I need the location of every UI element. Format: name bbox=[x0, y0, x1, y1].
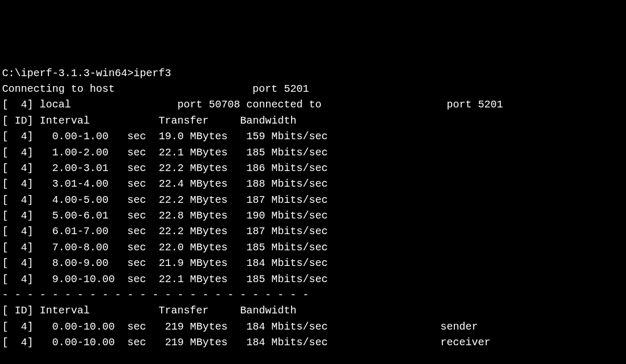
terminal-output: C:\iperf-3.1.3-win64>iperf3 Connecting t… bbox=[2, 66, 624, 364]
table-row: [ 4] 2.00-3.01 sec 22.2 MBytes 186 Mbits… bbox=[2, 162, 328, 174]
command[interactable]: iperf3 bbox=[134, 67, 171, 79]
prompt-path: C:\iperf-3.1.3-win64 bbox=[2, 67, 127, 79]
connecting-label: Connecting to host bbox=[2, 83, 115, 95]
table-row: [ 4] 5.00-6.01 sec 22.8 MBytes 190 Mbits… bbox=[2, 210, 328, 222]
table-row: [ 4] 7.00-8.00 sec 22.0 MBytes 185 Mbits… bbox=[2, 241, 328, 253]
summary-row: [ 4] 0.00-10.00 sec 219 MBytes 184 Mbits… bbox=[2, 321, 478, 333]
local-line: [ 4] local port 50708 connected to port … bbox=[2, 99, 503, 111]
table-row: [ 4] 9.00-10.00 sec 22.1 MBytes 185 Mbit… bbox=[2, 273, 328, 285]
prompt-gt: > bbox=[127, 67, 134, 79]
table-row: [ 4] 1.00-2.00 sec 22.1 MBytes 185 Mbits… bbox=[2, 147, 328, 159]
table-row: [ 4] 6.01-7.00 sec 22.2 MBytes 187 Mbits… bbox=[2, 225, 328, 237]
summary-header: [ ID] Interval Transfer Bandwidth bbox=[2, 305, 296, 317]
summary-row: [ 4] 0.00-10.00 sec 219 MBytes 184 Mbits… bbox=[2, 336, 490, 348]
table-row: [ 4] 0.00-1.00 sec 19.0 MBytes 159 Mbits… bbox=[2, 130, 328, 142]
table-row: [ 4] 4.00-5.00 sec 22.2 MBytes 187 Mbits… bbox=[2, 194, 328, 206]
header-row: [ ID] Interval Transfer Bandwidth bbox=[2, 115, 296, 127]
table-row: [ 4] 8.00-9.00 sec 21.9 MBytes 184 Mbits… bbox=[2, 257, 328, 269]
divider: - - - - - - - - - - - - - - - - - - - - … bbox=[2, 289, 309, 301]
table-row: [ 4] 3.01-4.00 sec 22.4 MBytes 188 Mbits… bbox=[2, 178, 328, 190]
